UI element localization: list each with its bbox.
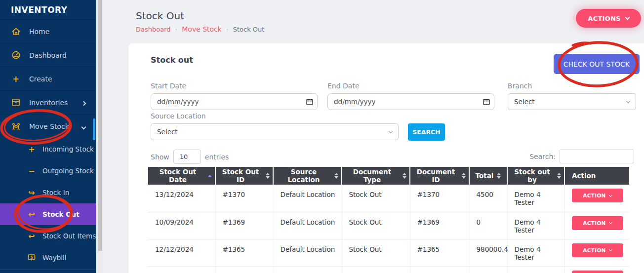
- cell-document-id: #1370: [410, 185, 469, 212]
- chevron-down-icon: [625, 15, 630, 20]
- sidebar-subitem-label: Waybill: [42, 254, 67, 262]
- actions-button[interactable]: ACTIONS: [576, 9, 641, 28]
- table-search-input[interactable]: [560, 150, 634, 163]
- cell-stock-out-date: 10/09/2024: [148, 212, 215, 239]
- start-date-input[interactable]: [151, 93, 318, 110]
- main-content: Stock Out Dashboard - Move Stock - Stock…: [103, 0, 644, 273]
- page-scrollbar-track[interactable]: [96, 0, 103, 273]
- column-header-document-type[interactable]: Document Type: [342, 167, 410, 185]
- column-header-action: Action: [564, 167, 629, 185]
- row-action-label: ACTION: [583, 247, 605, 253]
- row-action-button[interactable]: ACTION: [572, 189, 623, 202]
- chevron-down-icon: [609, 248, 612, 251]
- sort-icon: [462, 173, 466, 179]
- cell-total: 980000.4: [469, 239, 507, 266]
- calendar-icon[interactable]: [483, 98, 490, 105]
- chevron-down-icon: [626, 99, 630, 103]
- sidebar-scrollbar-thumb[interactable]: [93, 118, 95, 140]
- sidebar-item-create[interactable]: + Create: [0, 67, 96, 91]
- sidebar-subitem-incoming-stock[interactable]: + Incoming Stock: [0, 138, 96, 160]
- svg-text:$: $: [30, 255, 33, 260]
- chevron-down-icon: [609, 221, 612, 224]
- chevron-right-icon: [82, 99, 85, 107]
- entries-label: entries: [205, 153, 229, 161]
- breadcrumb-separator: -: [175, 26, 178, 33]
- sort-icon: [557, 173, 561, 179]
- sidebar-subitem-label: Outgoing Stock: [42, 167, 94, 175]
- plus-icon: +: [27, 145, 36, 154]
- column-header-document-id[interactable]: Document ID: [410, 167, 469, 185]
- cell-stock-out-date: 26/11/2024: [148, 266, 215, 273]
- column-header-total[interactable]: Total: [469, 167, 507, 185]
- check-out-stock-button[interactable]: CHECK OUT STOCK: [554, 54, 640, 74]
- source-location-label: Source Location: [151, 112, 206, 120]
- breadcrumb-separator: -: [226, 26, 229, 33]
- sidebar-subitem-waybill[interactable]: $ Waybill: [0, 247, 96, 269]
- start-date-label: Start Date: [151, 82, 186, 90]
- cell-stock-out-date: 13/12/2024: [148, 185, 215, 212]
- table-search-label: Search:: [529, 153, 556, 160]
- branch-select-value: Select: [514, 98, 535, 106]
- curve-arrow-left-icon: ↩: [27, 210, 36, 219]
- page-scrollbar-thumb[interactable]: [98, 0, 102, 251]
- table-row: 26/11/2024 #1397 Default Location Stock …: [148, 266, 629, 273]
- card-title: Stock out: [151, 55, 193, 65]
- sidebar-subitem-stock-out[interactable]: ↩ Stock Out: [0, 203, 96, 225]
- cell-stock-out-by: Demo 4 Tester: [507, 212, 564, 239]
- cell-stock-out-date: 12/12/2024: [148, 239, 215, 266]
- table-row: 13/12/2024 #1370 Default Location Stock …: [148, 185, 629, 212]
- page-title: Stock Out: [136, 10, 184, 22]
- calendar-icon[interactable]: [306, 98, 313, 105]
- end-date-input[interactable]: [327, 93, 494, 110]
- cell-document-type: Stock Out: [342, 185, 410, 212]
- sidebar-subitem-label: Stock In: [42, 189, 69, 196]
- sidebar-subitem-stock-out-items[interactable]: ↩ Stock Out Items: [0, 225, 96, 247]
- sidebar-subitem-stock-in[interactable]: ↪ Stock In: [0, 182, 96, 203]
- cell-source-location: Default Location: [273, 185, 342, 212]
- app-title: INVENTORY: [0, 0, 96, 20]
- sidebar-subitem-label: Incoming Stock: [42, 145, 94, 153]
- sidebar-item-dashboard[interactable]: Dashboard: [0, 43, 96, 67]
- search-button[interactable]: SEARCH: [408, 123, 445, 141]
- chevron-down-icon: [389, 129, 393, 133]
- source-location-select[interactable]: Select: [151, 123, 399, 140]
- row-action-label: ACTION: [583, 220, 605, 226]
- cell-document-id: #1397: [410, 266, 469, 273]
- dashboard-icon: [11, 51, 21, 59]
- cell-source-location: Default Location: [273, 239, 342, 266]
- sidebar-item-move-stock[interactable]: Move Stock: [0, 115, 96, 138]
- people-icon: [11, 122, 21, 130]
- breadcrumb-dashboard-link[interactable]: Dashboard: [136, 26, 171, 33]
- column-header-stock-out-id[interactable]: Stock Out ID: [215, 167, 273, 185]
- column-header-source-location[interactable]: Source Location: [273, 167, 342, 185]
- cell-document-id: #1365: [410, 239, 469, 266]
- show-label: Show: [151, 153, 169, 161]
- datatable-controls: Show entries Search:: [151, 150, 634, 164]
- column-header-stock-out-by[interactable]: Stock out by: [507, 167, 564, 185]
- table-row: 10/09/2024 #1369 Default Location Stock …: [148, 212, 629, 239]
- actions-button-label: ACTIONS: [588, 15, 621, 22]
- sidebar-item-inventories[interactable]: Inventories: [0, 91, 96, 115]
- sort-icon: [402, 173, 406, 179]
- branch-select[interactable]: Select: [508, 93, 636, 110]
- cell-total: 10000: [469, 266, 507, 273]
- row-action-button[interactable]: ACTION: [572, 271, 623, 273]
- stock-out-table: Stock Out Date Stock Out ID Source Locat…: [148, 167, 629, 273]
- end-date-label: End Date: [327, 82, 360, 90]
- sidebar-item-home[interactable]: Home: [0, 20, 96, 43]
- sidebar: INVENTORY Home Dashboard + Create Invent…: [0, 0, 96, 273]
- cell-stock-out-id: #1370: [215, 185, 273, 212]
- breadcrumb-move-stock-link[interactable]: Move Stock: [182, 25, 222, 33]
- cell-source-location: Default Location: [273, 266, 342, 273]
- sidebar-subitem-outgoing-stock[interactable]: − Outgoing Stock: [0, 160, 96, 182]
- row-action-button[interactable]: ACTION: [572, 243, 623, 257]
- page-size-input[interactable]: [173, 150, 201, 164]
- box-icon: [11, 99, 21, 106]
- breadcrumb: Dashboard - Move Stock - Stock Out: [136, 25, 264, 33]
- stock-out-card: Stock out CHECK OUT STOCK Start Date End…: [128, 43, 644, 273]
- row-action-label: ACTION: [583, 193, 605, 198]
- cell-stock-out-by: Demo 4 Tester: [507, 266, 564, 273]
- cell-source-location: Default Location: [273, 212, 342, 239]
- column-header-stock-out-date[interactable]: Stock Out Date: [148, 167, 215, 185]
- row-action-button[interactable]: ACTION: [572, 216, 623, 230]
